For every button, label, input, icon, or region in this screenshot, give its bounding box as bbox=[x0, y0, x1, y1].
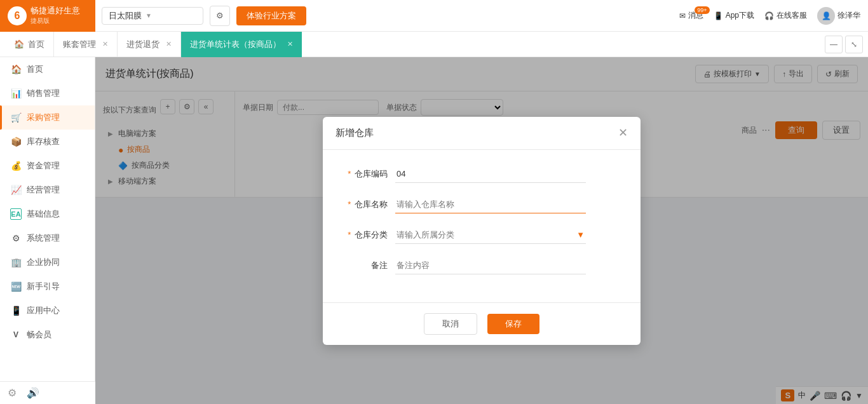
sidebar-vip-label: 畅会员 bbox=[27, 329, 51, 340]
store-name: 日太阳膜 bbox=[109, 10, 142, 22]
app-download-button[interactable]: 📱 App下载 bbox=[714, 10, 754, 21]
sidebar-inventory-label: 库存核查 bbox=[27, 136, 60, 147]
category-required-mark: * bbox=[348, 230, 351, 239]
tab-account-label: 账套管理 bbox=[63, 39, 96, 50]
form-row-code: * 仓库编码 bbox=[343, 165, 620, 183]
operations-icon: 📈 bbox=[10, 184, 22, 196]
sidebar: 🏠 首页 📊 销售管理 🛒 采购管理 📦 库存核查 💰 资金管理 📈 经营管理 … bbox=[0, 57, 95, 404]
system-icon: ⚙ bbox=[10, 232, 22, 244]
basic-info-icon: EA bbox=[10, 208, 22, 220]
enterprise-icon: 🏢 bbox=[10, 257, 22, 268]
modal-body: * 仓库编码 * 仓库名称 bbox=[323, 150, 641, 302]
tab-minimize-button[interactable]: — bbox=[825, 36, 843, 53]
tab-home-label: 首页 bbox=[28, 39, 44, 50]
category-label: * 仓库分类 bbox=[343, 229, 388, 241]
messages-button[interactable]: ✉ 消息 99+ bbox=[679, 10, 703, 21]
sidebar-item-basic-info[interactable]: EA 基础信息 bbox=[0, 202, 95, 226]
sidebar-item-enterprise[interactable]: 🏢 企业协同 bbox=[0, 250, 95, 274]
messages-badge: 99+ bbox=[695, 6, 709, 14]
sidebar-system-label: 系统管理 bbox=[27, 232, 60, 244]
tab-account-close[interactable]: ✕ bbox=[102, 40, 108, 48]
sidebar-item-purchase[interactable]: 🛒 采购管理 bbox=[0, 105, 95, 130]
message-icon: ✉ bbox=[679, 11, 686, 20]
sidebar-finance-label: 资金管理 bbox=[27, 160, 60, 172]
category-dropdown-arrow[interactable]: ▼ bbox=[576, 230, 585, 239]
cancel-button[interactable]: 取消 bbox=[424, 313, 477, 335]
sidebar-operations-label: 经营管理 bbox=[27, 184, 60, 196]
store-dropdown-arrow: ▼ bbox=[146, 12, 152, 19]
vip-icon: V bbox=[10, 329, 22, 340]
tab-purchase-return-close[interactable]: ✕ bbox=[166, 40, 172, 48]
form-row-remark: 备注 bbox=[343, 257, 620, 274]
tab-purchase-stats[interactable]: 进货单统计表（按商品） ✕ bbox=[181, 32, 302, 57]
sidebar-basic-info-label: 基础信息 bbox=[27, 208, 60, 220]
mobile-icon: 📱 bbox=[714, 11, 723, 20]
sidebar-item-finance[interactable]: 💰 资金管理 bbox=[0, 154, 95, 178]
sidebar-item-operations[interactable]: 📈 经营管理 bbox=[0, 178, 95, 202]
top-header: 6 畅捷通好生意 捷易版 日太阳膜 ▼ ⚙ 体验行业方案 ✉ 消息 99+ 📱 … bbox=[0, 0, 868, 32]
modal-header: 新增仓库 ✕ bbox=[323, 117, 641, 150]
trial-button[interactable]: 体验行业方案 bbox=[236, 6, 306, 25]
sidebar-item-system[interactable]: ⚙ 系统管理 bbox=[0, 226, 95, 250]
remark-input[interactable] bbox=[395, 257, 586, 274]
content-area: 进货单统计(按商品) 🖨 按模板打印 ▼ ↑ 导出 ↺ 刷新 bbox=[95, 57, 868, 404]
sidebar-sales-label: 销售管理 bbox=[27, 88, 60, 99]
warehouse-name-input[interactable] bbox=[395, 196, 586, 213]
sidebar-home-label: 首页 bbox=[27, 64, 43, 75]
main-layout: 🏠 首页 📊 销售管理 🛒 采购管理 📦 库存核查 💰 资金管理 📈 经营管理 … bbox=[0, 57, 868, 404]
online-service-button[interactable]: 🎧 在线客服 bbox=[764, 10, 807, 21]
code-label: * 仓库编码 bbox=[343, 168, 388, 180]
header-right: ✉ 消息 99+ 📱 App下载 🎧 在线客服 👤 徐泽华 bbox=[679, 7, 860, 25]
gear-button[interactable]: ⚙ bbox=[210, 6, 230, 26]
sidebar-guide-label: 新手引导 bbox=[27, 281, 60, 292]
category-select-row: ▼ bbox=[395, 226, 586, 244]
sidebar-bottom-bar: ⚙ 🔊 bbox=[0, 381, 95, 404]
store-selector[interactable]: 日太阳膜 ▼ bbox=[102, 7, 203, 25]
sidebar-item-guide[interactable]: 🆕 新手引导 bbox=[0, 274, 95, 299]
inventory-icon: 📦 bbox=[10, 136, 22, 147]
user-area[interactable]: 👤 徐泽华 bbox=[817, 7, 860, 25]
category-input[interactable] bbox=[397, 230, 576, 239]
new-warehouse-modal: 新增仓库 ✕ * 仓库编码 * bbox=[323, 117, 641, 345]
speaker-icon[interactable]: 🔊 bbox=[27, 387, 39, 399]
headset-icon: 🎧 bbox=[764, 11, 774, 20]
form-row-category: * 仓库分类 ▼ bbox=[343, 226, 620, 244]
sidebar-item-app-center[interactable]: 📱 应用中心 bbox=[0, 299, 95, 323]
sidebar-app-center-label: 应用中心 bbox=[27, 305, 60, 316]
settings-bottom-icon[interactable]: ⚙ bbox=[8, 387, 17, 399]
tab-home[interactable]: 🏠 首页 bbox=[5, 32, 54, 57]
logo-sub: 捷易版 bbox=[31, 17, 80, 25]
modal-overlay: 新增仓库 ✕ * 仓库编码 * bbox=[95, 57, 868, 404]
app-center-icon: 📱 bbox=[10, 305, 22, 316]
avatar: 👤 bbox=[817, 7, 835, 25]
finance-icon: 💰 bbox=[10, 160, 22, 172]
tab-purchase-return[interactable]: 进货退货 ✕ bbox=[118, 32, 181, 57]
sidebar-enterprise-label: 企业协同 bbox=[27, 257, 60, 268]
home-icon: 🏠 bbox=[10, 64, 22, 75]
logo-area: 6 畅捷通好生意 捷易版 bbox=[0, 0, 95, 32]
name-label: * 仓库名称 bbox=[343, 199, 388, 210]
form-row-name: * 仓库名称 bbox=[343, 196, 620, 213]
tab-controls: — ⤡ bbox=[825, 36, 863, 53]
sidebar-item-inventory[interactable]: 📦 库存核查 bbox=[0, 130, 95, 154]
purchase-icon: 🛒 bbox=[10, 112, 22, 123]
modal-footer: 取消 保存 bbox=[323, 302, 641, 345]
username: 徐泽华 bbox=[837, 10, 860, 21]
tab-purchase-return-label: 进货退货 bbox=[126, 39, 159, 50]
tab-account[interactable]: 账套管理 ✕ bbox=[54, 32, 118, 57]
modal-close-button[interactable]: ✕ bbox=[618, 127, 628, 138]
sidebar-item-home[interactable]: 🏠 首页 bbox=[0, 57, 95, 81]
sales-icon: 📊 bbox=[10, 88, 22, 99]
sidebar-item-vip[interactable]: V 畅会员 bbox=[0, 323, 95, 347]
home-tab-icon: 🏠 bbox=[14, 39, 24, 49]
warehouse-code-input[interactable] bbox=[395, 165, 586, 183]
tab-bar: 🏠 首页 账套管理 ✕ 进货退货 ✕ 进货单统计表（按商品） ✕ — ⤡ bbox=[0, 32, 868, 57]
name-required-mark: * bbox=[348, 199, 351, 209]
remark-label: 备注 bbox=[343, 260, 388, 271]
logo-icon: 6 bbox=[8, 6, 27, 25]
save-button[interactable]: 保存 bbox=[487, 314, 539, 334]
code-required-mark: * bbox=[348, 169, 351, 178]
tab-expand-button[interactable]: ⤡ bbox=[845, 36, 863, 53]
sidebar-item-sales[interactable]: 📊 销售管理 bbox=[0, 81, 95, 105]
tab-purchase-stats-close[interactable]: ✕ bbox=[287, 40, 293, 48]
